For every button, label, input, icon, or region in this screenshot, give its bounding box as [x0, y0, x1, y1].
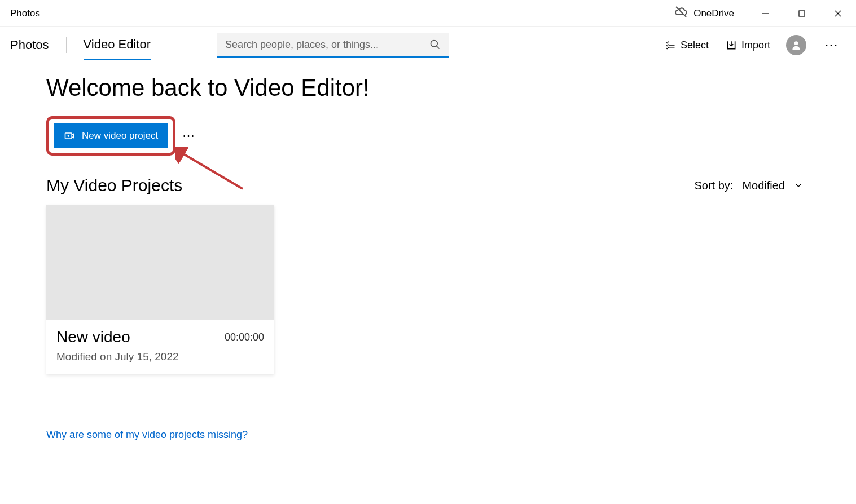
minimize-button[interactable]: [748, 0, 784, 27]
import-icon: [726, 39, 737, 51]
sort-label: Sort by:: [694, 179, 733, 192]
svg-point-4: [431, 41, 437, 47]
user-avatar[interactable]: [786, 35, 806, 55]
new-project-label: New video project: [82, 130, 158, 142]
video-plus-icon: [64, 130, 75, 142]
tab-video-editor[interactable]: Video Editor: [84, 30, 151, 60]
cloud-off-icon: [674, 5, 688, 21]
annotation-highlight: New video project: [46, 116, 175, 156]
tab-photos[interactable]: Photos: [10, 31, 49, 59]
onedrive-label: OneDrive: [693, 8, 734, 19]
content-area: Welcome back to Video Editor! New video …: [0, 63, 856, 386]
search-box[interactable]: [217, 33, 449, 58]
section-header-row: My Video Projects Sort by: Modified: [46, 176, 810, 195]
project-card[interactable]: New video 00:00:00 Modified on July 15, …: [46, 205, 274, 374]
svg-rect-1: [799, 11, 805, 16]
project-duration: 00:00:00: [225, 331, 264, 343]
close-button[interactable]: [820, 0, 856, 27]
tab-divider: [66, 37, 67, 53]
sort-value: Modified: [742, 179, 785, 192]
maximize-button[interactable]: [784, 0, 820, 27]
chevron-down-icon: [794, 181, 803, 190]
toolbar: Photos Video Editor Select Import ⋯: [0, 27, 856, 63]
project-info-top: New video 00:00:00: [56, 328, 264, 346]
person-icon: [791, 39, 802, 51]
svg-line-5: [436, 46, 439, 49]
project-thumbnail: [46, 205, 274, 320]
search-icon[interactable]: [429, 39, 441, 50]
help-link[interactable]: Why are some of my video projects missin…: [46, 429, 248, 441]
checklist-icon: [665, 39, 676, 51]
search-input[interactable]: [225, 39, 425, 51]
project-more-button[interactable]: ⋯: [182, 129, 196, 143]
import-button[interactable]: Import: [721, 36, 775, 55]
select-label: Select: [681, 39, 709, 51]
more-button[interactable]: ⋯: [818, 34, 846, 56]
project-info: New video 00:00:00 Modified on July 15, …: [46, 320, 274, 374]
onedrive-status[interactable]: OneDrive: [661, 5, 748, 21]
import-label: Import: [741, 39, 770, 51]
project-name: New video: [56, 328, 130, 346]
section-title: My Video Projects: [46, 176, 182, 195]
sort-dropdown[interactable]: Sort by: Modified: [694, 179, 810, 192]
new-video-project-button[interactable]: New video project: [54, 123, 168, 148]
new-project-row: New video project ⋯: [46, 116, 810, 156]
select-button[interactable]: Select: [660, 36, 713, 55]
toolbar-right: Select Import ⋯: [660, 34, 846, 56]
welcome-heading: Welcome back to Video Editor!: [46, 74, 810, 101]
titlebar: Photos OneDrive: [0, 0, 856, 27]
project-modified: Modified on July 15, 2022: [56, 351, 264, 363]
svg-point-6: [794, 41, 798, 45]
titlebar-controls: OneDrive: [661, 0, 856, 27]
app-title: Photos: [10, 8, 40, 19]
